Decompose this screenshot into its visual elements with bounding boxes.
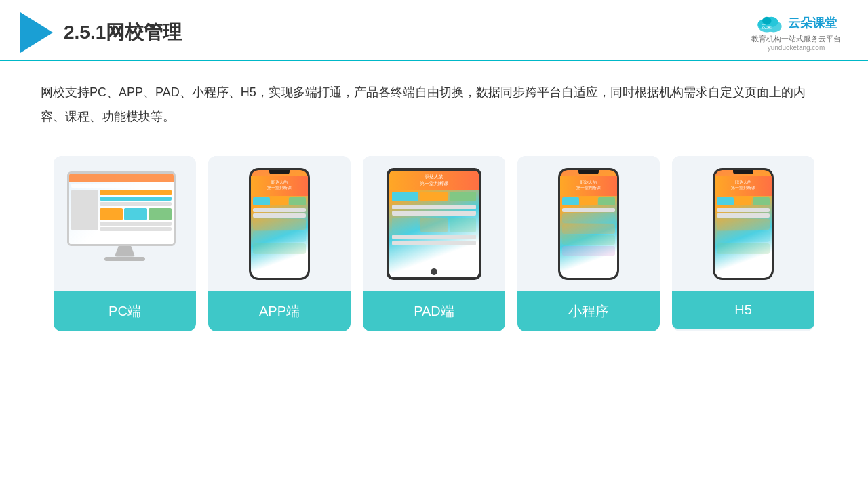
pad-card: 职达人的第一堂判断课 <box>363 156 505 331</box>
h5-card: 职达人的第一堂判断课 <box>672 156 814 331</box>
miniprogram-phone-screen: 职达人的第一堂判断课 <box>560 170 617 278</box>
pc-card: PC端 <box>54 156 196 331</box>
miniprogram-image-area: 职达人的第一堂判断课 <box>517 156 660 291</box>
app-phone-screen: 职达人的第一堂判断课 <box>251 170 308 278</box>
header: 2.5.1网校管理 云朵 云朵课堂 教育机构一站式服务云平台 yunduoket… <box>0 0 868 61</box>
miniprogram-phone-notch <box>578 170 599 174</box>
h5-image-area: 职达人的第一堂判断课 <box>672 156 814 291</box>
h5-phone-screen: 职达人的第一堂判断课 <box>715 170 772 278</box>
miniprogram-card: 职达人的第一堂判断课 <box>517 156 660 331</box>
tablet-home-button <box>431 268 437 275</box>
header-right: 云朵 云朵课堂 教育机构一站式服务云平台 yunduoketang.com <box>751 14 841 52</box>
pad-image-area: 职达人的第一堂判断课 <box>363 156 505 291</box>
app-card: 职达人的第一堂判断课 <box>208 156 351 331</box>
brand-url: yunduoketang.com <box>768 44 825 52</box>
brand-tagline: 教育机构一站式服务云平台 <box>751 34 841 44</box>
phone-notch <box>269 170 290 174</box>
brand-name: 云朵课堂 <box>788 15 837 31</box>
header-left: 2.5.1网校管理 <box>20 12 182 53</box>
pc-monitor <box>67 171 182 277</box>
pad-tablet-screen: 职达人的第一堂判断课 <box>389 171 479 277</box>
pc-image-area <box>54 156 196 291</box>
app-phone-mockup: 职达人的第一堂判断课 <box>249 168 310 280</box>
h5-phone-mockup: 职达人的第一堂判断课 <box>713 168 774 280</box>
page-title: 2.5.1网校管理 <box>64 20 182 45</box>
brand-logo: 云朵 云朵课堂 <box>755 14 837 33</box>
h5-label: H5 <box>672 291 814 329</box>
app-image-area: 职达人的第一堂判断课 <box>208 156 351 291</box>
cards-container: PC端 职达人的第一堂判断课 <box>0 136 868 331</box>
miniprogram-phone-mockup: 职达人的第一堂判断课 <box>558 168 619 280</box>
logo-triangle-icon <box>20 12 53 53</box>
description-text: 网校支持PC、APP、PAD、小程序、H5，实现多端打通，产品各终端自由切换，数… <box>0 61 868 136</box>
pad-tablet-mockup: 职达人的第一堂判断课 <box>387 168 481 280</box>
h5-phone-notch <box>733 170 753 174</box>
app-label: APP端 <box>208 291 351 331</box>
miniprogram-label: 小程序 <box>517 291 660 331</box>
cloud-icon: 云朵 <box>755 14 784 33</box>
pc-label: PC端 <box>54 291 196 331</box>
pad-label: PAD端 <box>363 291 505 331</box>
svg-text:云朵: 云朵 <box>761 24 772 30</box>
